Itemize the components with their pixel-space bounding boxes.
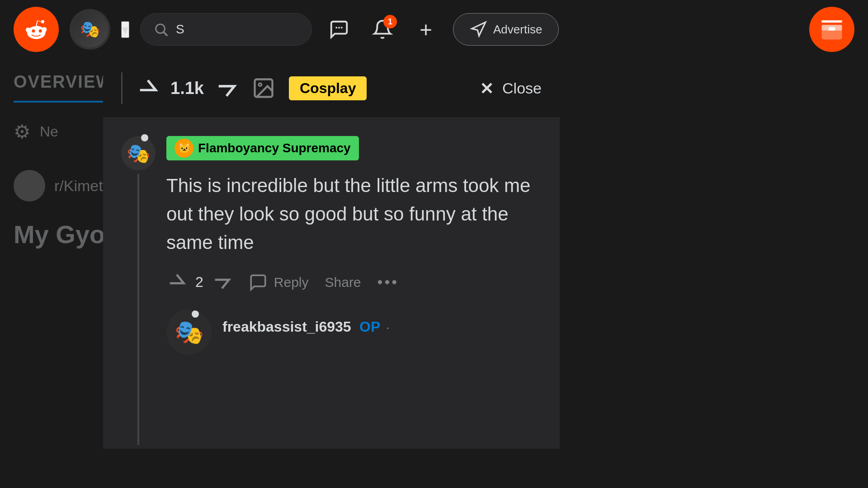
avatar2-dot xyxy=(192,310,199,318)
vote-section: 1.1k xyxy=(136,76,238,100)
dot-separator: · xyxy=(386,320,390,334)
svg-point-4 xyxy=(338,27,340,28)
notifications-button[interactable]: 1 xyxy=(366,13,399,46)
comment-area: 🎭 🐱 Flamboyancy Supremacy This is incred… xyxy=(103,118,560,449)
flair-icon: 🐱 xyxy=(175,139,193,158)
comment-content: 🐱 Flamboyancy Supremacy This is incredib… xyxy=(166,136,542,449)
user-menu-toggle[interactable]: ▾ xyxy=(121,21,129,38)
close-icon xyxy=(478,79,496,97)
create-post-button[interactable]: + xyxy=(410,13,442,46)
user-avatar[interactable]: 🎭 xyxy=(70,9,110,50)
svg-point-1 xyxy=(156,24,165,33)
subreddit-name: r/Kimets xyxy=(54,177,111,195)
more-options-button[interactable]: ••• xyxy=(377,273,399,291)
comment2-username: freakbassist_i6935 xyxy=(222,319,351,335)
image-icon xyxy=(252,76,275,100)
svg-point-5 xyxy=(341,27,343,28)
comment-actions: 2 Reply Share xyxy=(166,271,542,310)
svg-point-3 xyxy=(335,27,337,28)
megaphone-icon xyxy=(470,21,487,38)
avatar-dot xyxy=(141,134,148,141)
comment-vote-count: 2 xyxy=(195,274,203,291)
downvote-button[interactable] xyxy=(215,76,238,100)
search-container[interactable] xyxy=(140,13,312,46)
svg-rect-8 xyxy=(829,27,835,31)
image-preview-icon xyxy=(252,76,275,100)
settings-label: Ne xyxy=(40,123,58,140)
coins-button[interactable] xyxy=(809,7,854,52)
flair-badge: 🐱 Flamboyancy Supremacy xyxy=(166,136,359,160)
comment-block: 🎭 🐱 Flamboyancy Supremacy This is incred… xyxy=(103,118,560,449)
vote-count: 1.1k xyxy=(170,79,204,98)
comment-downvote-icon xyxy=(212,271,232,292)
post-modal: 1.1k Cosplay Close xyxy=(103,59,560,449)
reply-label: Reply xyxy=(274,275,309,290)
advertise-button[interactable]: Advertise xyxy=(453,13,559,46)
svg-point-10 xyxy=(259,83,262,86)
search-input[interactable] xyxy=(176,22,266,37)
avatar-emoji: 🎭 xyxy=(127,142,150,164)
search-icon xyxy=(153,22,169,37)
comment2-header: freakbassist_i6935 OP · xyxy=(222,310,390,335)
share-label: Share xyxy=(325,275,361,290)
reddit-logo[interactable] xyxy=(14,7,59,52)
more-label: ••• xyxy=(377,273,399,291)
comment-avatar: 🎭 xyxy=(121,136,156,170)
share-button[interactable]: Share xyxy=(325,275,361,290)
reddit-logo-icon xyxy=(20,14,52,45)
comment-upvote-button[interactable] xyxy=(166,271,187,293)
right-panel xyxy=(660,59,868,488)
close-label: Close xyxy=(502,80,542,97)
thread-line xyxy=(137,174,139,445)
downvote-icon xyxy=(215,76,238,100)
chat-button[interactable] xyxy=(323,13,355,46)
comment2-avatar: 🎭 xyxy=(166,310,212,355)
comment-avatar-column: 🎭 xyxy=(121,136,156,449)
avatar2-emoji: 🎭 xyxy=(175,319,204,346)
chat-icon xyxy=(329,19,349,40)
post-toolbar: 1.1k Cosplay Close xyxy=(103,59,560,118)
subreddit-avatar xyxy=(14,170,45,202)
comment-vote-section: 2 xyxy=(166,271,232,293)
op-badge: OP xyxy=(359,319,380,335)
upvote-button[interactable] xyxy=(136,76,160,100)
upvote-icon xyxy=(136,76,160,100)
reply-icon xyxy=(249,273,268,292)
cosplay-tag[interactable]: Cosplay xyxy=(289,76,367,100)
comment-downvote-button[interactable] xyxy=(212,271,232,293)
flair-text: Flamboyancy Supremacy xyxy=(198,141,351,155)
comment-text: This is incredible but the little arms t… xyxy=(166,171,542,257)
overview-underline xyxy=(14,101,104,103)
comment2-row: 🎭 freakbassist_i6935 OP · xyxy=(166,310,542,364)
advertise-label: Advertise xyxy=(493,23,542,37)
reply-button[interactable]: Reply xyxy=(249,273,309,292)
top-navigation: 🎭 ▾ 1 + Advertise xyxy=(0,0,868,59)
notification-badge: 1 xyxy=(383,15,397,28)
avatar-image: 🎭 xyxy=(72,11,108,47)
close-button[interactable]: Close xyxy=(478,79,542,97)
comment-upvote-icon xyxy=(166,271,187,292)
chest-icon xyxy=(818,16,845,43)
svg-line-2 xyxy=(164,32,167,36)
toolbar-divider xyxy=(121,72,123,104)
settings-icon: ⚙ xyxy=(14,121,31,143)
